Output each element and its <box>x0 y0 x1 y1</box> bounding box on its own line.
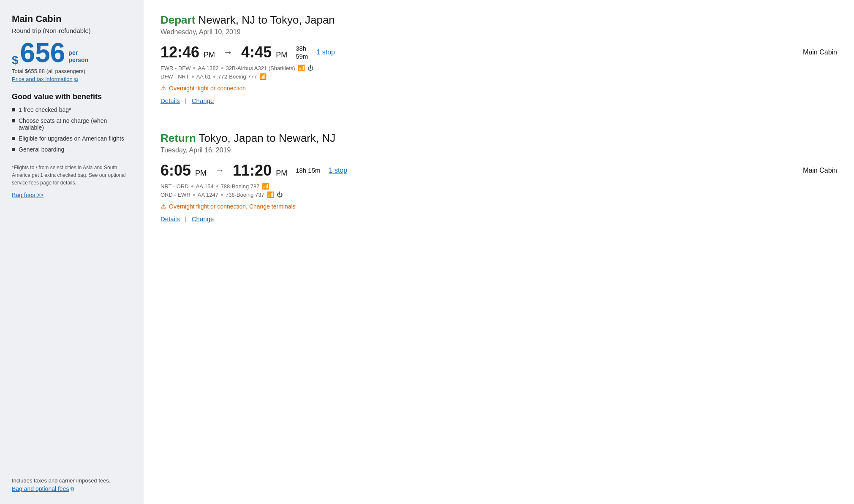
per-person-label: perperson <box>68 49 88 66</box>
benefits-list: 1 free checked bag* Choose seats at no c… <box>12 106 132 157</box>
return-leg2: ORD - EWR AA 1247 738-Boeing 737 📶 ⏻ <box>160 191 837 198</box>
benefit-item: General boarding <box>12 146 132 153</box>
depart-header: Depart Newark, NJ to Tokyo, Japan Wednes… <box>160 14 837 36</box>
benefit-item: Eligible for upgrades on American flight… <box>12 135 132 142</box>
main-container: Main Cabin Round trip (Non-refundable) $… <box>0 0 854 504</box>
dot-separator <box>221 194 223 196</box>
dot-separator <box>213 76 215 78</box>
left-footer: Includes taxes and carrier imposed fees.… <box>12 469 132 492</box>
dot-separator <box>216 185 218 187</box>
trip-type: Round trip (Non-refundable) <box>12 27 132 34</box>
dot-separator <box>192 76 194 78</box>
return-times-row: 6:05 PM → 11:20 PM 18h 15m 1 stop Main C… <box>160 162 837 179</box>
wifi-icon: 📶 <box>262 183 269 190</box>
return-cabin-class: Main Cabin <box>803 167 837 174</box>
total-price: Total $655.88 (all passengers) <box>12 68 132 74</box>
return-action-links: Details | Change <box>160 215 837 222</box>
bag-optional-fees-link[interactable]: Bag and optional fees ⧉ <box>12 485 132 492</box>
return-legs: NRT - ORD AA 154 788-Boeing 787 📶 ORD - … <box>160 183 837 198</box>
depart-route-title: Depart Newark, NJ to Tokyo, Japan <box>160 14 837 27</box>
price-amount: 656 <box>20 39 65 66</box>
depart-route: Newark, NJ to Tokyo, Japan <box>199 14 335 26</box>
dot-separator <box>191 185 193 187</box>
includes-text: Includes taxes and carrier imposed fees. <box>12 477 132 484</box>
depart-times-row: 12:46 PM → 4:45 PM 38h 59m 1 stop Main C… <box>160 43 837 61</box>
return-leg1: NRT - ORD AA 154 788-Boeing 787 📶 <box>160 183 837 190</box>
right-panel: Depart Newark, NJ to Tokyo, Japan Wednes… <box>144 0 854 504</box>
depart-stops-link[interactable]: 1 stop <box>316 49 335 56</box>
benefits-title: Good value with benefits <box>12 92 132 101</box>
return-route-title: Return Tokyo, Japan to Newark, NJ <box>160 132 837 145</box>
warning-triangle-icon: ⚠ <box>160 84 166 92</box>
depart-details-link[interactable]: Details <box>160 97 180 104</box>
price-dollar-sign: $ <box>12 54 19 66</box>
return-departure-time: 6:05 PM <box>160 162 207 179</box>
return-details-link[interactable]: Details <box>160 215 180 222</box>
external-link-icon: ⧉ <box>74 76 78 82</box>
return-change-link[interactable]: Change <box>192 215 214 222</box>
depart-duration: 38h 59m <box>296 44 308 61</box>
return-arrival-ampm: PM <box>276 169 287 177</box>
return-date: Tuesday, April 16, 2019 <box>160 146 837 154</box>
depart-leg1: EWR - DFW AA 1382 32B-Airbus A321 (Shark… <box>160 65 837 71</box>
depart-warning-row: ⚠ Overnight flight or connection <box>160 84 837 92</box>
return-warning-row: ⚠ Overnight flight or connection, Change… <box>160 202 837 210</box>
power-icon: ⏻ <box>307 65 313 71</box>
depart-label: Depart <box>160 14 195 26</box>
depart-change-link[interactable]: Change <box>192 97 214 104</box>
arrow-right-icon: → <box>223 47 233 58</box>
depart-legs: EWR - DFW AA 1382 32B-Airbus A321 (Shark… <box>160 65 837 80</box>
price-tax-link[interactable]: Price and tax information ⧉ <box>12 76 132 82</box>
depart-section: Depart Newark, NJ to Tokyo, Japan Wednes… <box>160 14 837 104</box>
footnote-text: *Flights to / from select cities in Asia… <box>12 164 132 187</box>
power-icon: ⏻ <box>277 191 283 198</box>
action-separator-return: | <box>185 215 187 222</box>
bullet-icon <box>12 148 15 151</box>
benefit-item: 1 free checked bag* <box>12 106 132 113</box>
arrow-right-icon-return: → <box>215 165 224 176</box>
bullet-icon <box>12 108 15 111</box>
external-link-icon-2: ⧉ <box>71 486 74 492</box>
return-duration: 18h 15m <box>296 166 320 175</box>
depart-departure-ampm: PM <box>204 51 215 59</box>
wifi-icon: 📶 <box>259 73 267 80</box>
benefit-item: Choose seats at no charge (when availabl… <box>12 117 132 131</box>
depart-date: Wednesday, April 10, 2019 <box>160 28 837 36</box>
return-departure-ampm: PM <box>195 169 207 177</box>
depart-arrival-time: 4:45 PM <box>241 43 287 61</box>
depart-departure-time: 12:46 PM <box>160 43 215 61</box>
left-panel: Main Cabin Round trip (Non-refundable) $… <box>0 0 144 504</box>
return-header: Return Tokyo, Japan to Newark, NJ Tuesda… <box>160 132 837 154</box>
price-row: $ 656 perperson <box>12 39 132 66</box>
cabin-title: Main Cabin <box>12 14 132 24</box>
dot-separator <box>221 67 223 69</box>
depart-leg2: DFW - NRT AA 61 772-Boeing 777 📶 <box>160 73 837 80</box>
return-arrival-time: 11:20 PM <box>233 162 287 179</box>
return-section: Return Tokyo, Japan to Newark, NJ Tuesda… <box>160 118 837 222</box>
bullet-icon <box>12 119 15 122</box>
action-separator: | <box>185 97 187 104</box>
dot-separator <box>193 67 195 69</box>
dot-separator <box>193 194 195 196</box>
depart-arrival-ampm: PM <box>276 51 287 59</box>
return-stops-link[interactable]: 1 stop <box>329 167 348 174</box>
depart-cabin-class: Main Cabin <box>803 49 837 56</box>
depart-action-links: Details | Change <box>160 97 837 104</box>
return-route: Tokyo, Japan to Newark, NJ <box>199 132 336 144</box>
return-label: Return <box>160 132 196 144</box>
wifi-icon: 📶 <box>267 191 274 198</box>
bullet-icon <box>12 137 15 140</box>
wifi-icon: 📶 <box>298 65 305 71</box>
bag-fees-link[interactable]: Bag fees >> <box>12 192 132 198</box>
return-warning-text: Overnight flight or connection, Change t… <box>169 203 296 210</box>
depart-warning-text: Overnight flight or connection <box>169 85 246 92</box>
warning-triangle-icon-return: ⚠ <box>160 202 166 210</box>
